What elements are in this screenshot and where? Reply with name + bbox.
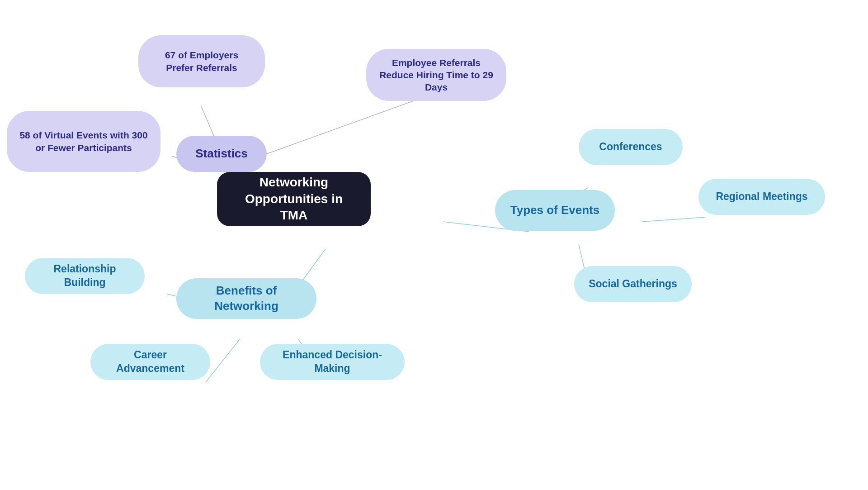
conferences-node: Conferences: [579, 129, 683, 165]
svg-line-6: [642, 217, 705, 222]
types-of-events-node: Types of Events: [495, 190, 615, 231]
virtual-events-node: 58 of Virtual Events with 300 or Fewer P…: [7, 111, 160, 172]
social-gatherings-node: Social Gatherings: [574, 266, 692, 302]
enhanced-decision-making-node: Enhanced Decision-Making: [260, 344, 405, 380]
career-advancement-node: Career Advancement: [90, 344, 210, 380]
svg-line-10: [206, 339, 240, 382]
svg-line-2: [267, 92, 439, 154]
employers-prefer-referrals-node: 67 of Employers Prefer Referrals: [138, 35, 265, 87]
relationship-building-node: Relationship Building: [25, 258, 145, 294]
regional-meetings-node: Regional Meetings: [698, 179, 825, 215]
center-node: Networking Opportunities in TMA: [217, 172, 371, 226]
statistics-node: Statistics: [176, 136, 267, 172]
benefits-of-networking-node: Benefits of Networking: [176, 278, 316, 319]
employee-referrals-hiring-node: Employee Referrals Reduce Hiring Time to…: [366, 49, 506, 101]
